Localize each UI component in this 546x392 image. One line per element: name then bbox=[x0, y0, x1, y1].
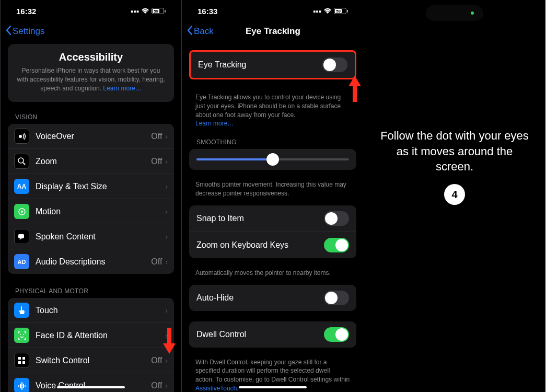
back-button[interactable]: Settings bbox=[6, 26, 44, 38]
chevron-right-icon: › bbox=[165, 382, 168, 390]
row-label: Zoom on Keyboard Keys bbox=[196, 240, 288, 250]
home-indicator[interactable] bbox=[57, 386, 125, 388]
home-indicator[interactable] bbox=[239, 386, 307, 388]
row-dwell-control[interactable]: Dwell Control bbox=[189, 321, 356, 348]
vision-group: VoiceOver Off › Zoom Off › AA Display & … bbox=[8, 124, 174, 274]
row-label: Spoken Content bbox=[36, 232, 165, 241]
eye-tracking-description: Eye Tracking allows you to control your … bbox=[182, 90, 364, 135]
touch-icon bbox=[14, 303, 29, 318]
status-bar: 16:33 ▪▪▪ 59 bbox=[182, 0, 364, 21]
chevron-right-icon: › bbox=[165, 233, 168, 241]
row-value: Off bbox=[151, 257, 162, 267]
section-header-vision: VISION bbox=[1, 110, 181, 124]
battery-icon: 59 bbox=[334, 8, 348, 14]
row-label: Dwell Control bbox=[196, 330, 246, 339]
row-voice-control[interactable]: Voice Control Off › bbox=[8, 373, 174, 392]
annotation-arrow-icon bbox=[347, 73, 363, 105]
row-audio-descriptions[interactable]: AD Audio Descriptions Off › bbox=[8, 249, 174, 274]
signal-icon: ▪▪▪ bbox=[131, 7, 139, 16]
snap-description: Automatically moves the pointer to nearb… bbox=[182, 269, 364, 285]
chevron-right-icon: › bbox=[165, 132, 168, 141]
svg-point-0 bbox=[19, 135, 22, 138]
nav-bar: Settings bbox=[1, 21, 181, 42]
row-display-text-size[interactable]: AA Display & Text Size › bbox=[8, 174, 174, 199]
motion-icon bbox=[14, 204, 29, 219]
row-label: Motion bbox=[36, 207, 165, 216]
zoom-keyboard-toggle[interactable] bbox=[324, 238, 349, 252]
smoothing-group bbox=[189, 149, 356, 170]
row-auto-hide[interactable]: Auto-Hide bbox=[189, 285, 356, 311]
svg-point-1 bbox=[18, 158, 24, 163]
chevron-right-icon: › bbox=[165, 182, 168, 191]
row-label: Switch Control bbox=[36, 356, 151, 365]
chevron-left-icon bbox=[6, 26, 11, 38]
assistive-touch-link[interactable]: AssistiveTouch bbox=[195, 385, 237, 392]
row-label: Voice Control bbox=[36, 381, 151, 390]
row-touch[interactable]: Touch › bbox=[8, 298, 174, 323]
svg-rect-8 bbox=[22, 357, 25, 360]
svg-point-3 bbox=[21, 211, 23, 213]
row-label: Touch bbox=[36, 306, 165, 315]
eye-tracking-toggle-group: Eye Tracking bbox=[189, 50, 356, 79]
dynamic-island bbox=[426, 5, 483, 21]
learn-more-link[interactable]: Learn more… bbox=[103, 85, 141, 92]
signal-icon: ▪▪▪ bbox=[313, 7, 321, 16]
zoom-icon bbox=[14, 154, 29, 169]
row-value: Off bbox=[151, 356, 162, 365]
svg-rect-9 bbox=[18, 361, 21, 364]
motor-group: Touch › Face ID & Attention › Switch Con… bbox=[8, 298, 174, 392]
dwell-group: Dwell Control bbox=[189, 321, 356, 348]
calibration-instruction: Follow the dot with your eyes as it move… bbox=[364, 128, 545, 175]
wifi-icon bbox=[141, 7, 149, 16]
wifi-icon bbox=[323, 7, 332, 16]
status-time: 16:32 bbox=[16, 7, 36, 16]
chevron-right-icon: › bbox=[165, 356, 168, 365]
annotation-arrow-icon bbox=[161, 325, 177, 356]
row-switch-control[interactable]: Switch Control Off › bbox=[8, 348, 174, 373]
smoothing-slider-row bbox=[189, 149, 356, 170]
status-icons: ▪▪▪ 59 bbox=[313, 7, 348, 16]
status-bar: 16:32 ▪▪▪ 59 bbox=[1, 0, 181, 21]
chevron-right-icon: › bbox=[165, 306, 168, 315]
smoothing-slider[interactable] bbox=[196, 158, 349, 160]
row-label: Eye Tracking bbox=[198, 60, 246, 70]
spoken-content-icon bbox=[14, 229, 29, 244]
row-motion[interactable]: Motion › bbox=[8, 199, 174, 224]
smoothing-description: Smooths pointer movement. Increasing thi… bbox=[182, 180, 364, 205]
row-label: Display & Text Size bbox=[36, 182, 165, 191]
eye-tracking-toggle[interactable] bbox=[322, 57, 347, 72]
row-zoom[interactable]: Zoom Off › bbox=[8, 149, 174, 174]
row-spoken-content[interactable]: Spoken Content › bbox=[8, 224, 174, 249]
learn-more-link[interactable]: Learn more… bbox=[195, 120, 234, 127]
row-eye-tracking-toggle[interactable]: Eye Tracking bbox=[191, 52, 355, 78]
row-face-id[interactable]: Face ID & Attention › bbox=[8, 323, 174, 348]
page-title: Accessibility bbox=[16, 51, 166, 63]
row-zoom-keyboard[interactable]: Zoom on Keyboard Keys bbox=[189, 232, 356, 258]
row-voiceover[interactable]: VoiceOver Off › bbox=[8, 124, 174, 149]
snap-toggle[interactable] bbox=[324, 211, 349, 226]
dwell-toggle[interactable] bbox=[324, 327, 349, 342]
chevron-right-icon: › bbox=[165, 258, 168, 266]
autohide-toggle[interactable] bbox=[324, 291, 349, 305]
page-description: Personalise iPhone in ways that work bes… bbox=[16, 66, 166, 93]
row-label: Auto-Hide bbox=[196, 293, 234, 303]
battery-icon: 59 bbox=[152, 8, 166, 14]
phone-calibration: Follow the dot with your eyes as it move… bbox=[364, 0, 545, 392]
switch-control-icon bbox=[14, 353, 29, 368]
snap-group: Snap to Item Zoom on Keyboard Keys bbox=[189, 205, 356, 258]
section-header-motor: PHYSICAL AND MOTOR bbox=[1, 284, 181, 298]
text-size-icon: AA bbox=[14, 179, 29, 194]
row-value: Off bbox=[151, 381, 162, 390]
face-id-icon bbox=[14, 328, 29, 343]
row-label: Zoom bbox=[36, 157, 151, 166]
back-label: Settings bbox=[13, 26, 44, 37]
svg-rect-7 bbox=[18, 357, 21, 360]
phone-eye-tracking-settings: 16:33 ▪▪▪ 59 Back Eye Tracking Eye Track… bbox=[182, 0, 364, 392]
accessibility-intro: Accessibility Personalise iPhone in ways… bbox=[8, 44, 174, 102]
svg-point-5 bbox=[20, 334, 21, 335]
row-snap-to-item[interactable]: Snap to Item bbox=[189, 205, 356, 232]
nav-bar: Back Eye Tracking bbox=[182, 21, 364, 42]
autohide-group: Auto-Hide bbox=[189, 285, 356, 311]
voice-control-icon bbox=[14, 378, 29, 392]
svg-rect-4 bbox=[18, 234, 24, 238]
